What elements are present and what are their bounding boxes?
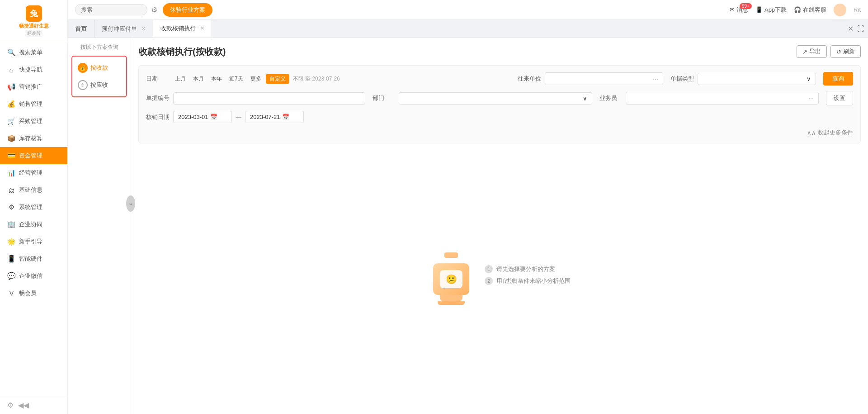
sidebar-menu: 🔍 搜索菜单 ⌂ 快捷导航 📢 营销推广 💰 销售管理 🛒 采购管理 📦 库存核…	[0, 41, 67, 396]
tab-writeoff[interactable]: 收款核销执行 ✕	[153, 20, 212, 38]
doc-type-label: 单据类型	[670, 75, 694, 83]
close-prepay-tab-icon[interactable]: ✕	[142, 26, 146, 32]
tip-text-2: 用[过滤]条件来缩小分析范围	[496, 277, 570, 285]
corp-icon: 🏢	[7, 220, 15, 228]
close-tab-btn[interactable]: ✕	[848, 24, 854, 33]
date-separator: —	[236, 114, 241, 120]
doc-type-select[interactable]: ∨	[698, 73, 816, 85]
receivable-icon: ⏱	[78, 80, 88, 90]
sidebar-item-hardware[interactable]: 📱 智能硬件	[0, 250, 67, 267]
close-writeoff-tab-icon[interactable]: ✕	[200, 25, 204, 31]
partner-dots-icon[interactable]: ···	[653, 75, 658, 82]
message-icon: ✉	[730, 6, 735, 13]
sidebar-item-business[interactable]: 📊 经营管理	[0, 164, 67, 181]
message-badge: 99+	[740, 3, 752, 9]
sidebar-item-wechat[interactable]: 💬 企业微信	[0, 267, 67, 285]
sidebar-item-purchase[interactable]: 🛒 采购管理	[0, 113, 67, 130]
export-btn[interactable]: ↗ 导出	[797, 45, 827, 58]
sidebar-item-beginner[interactable]: 🌟 新手引导	[0, 233, 67, 250]
collapse-more-btn[interactable]: ∧∧ 收起更多条件	[146, 128, 853, 137]
date-btn-7days[interactable]: 近7天	[226, 74, 246, 84]
partner-label: 往来单位	[518, 75, 541, 83]
calendar-end-icon[interactable]: 📅	[282, 114, 289, 120]
sidebar-item-corp[interactable]: 🏢 企业协同	[0, 216, 67, 233]
page-content: 按以下方案查询 💰 按收款 ⏱ 按应收 « 收款核销执行(按收款)	[68, 38, 868, 414]
writeoff-date-label: 核销日期	[146, 113, 170, 121]
date-btn-this-year[interactable]: 本年	[208, 74, 225, 84]
calendar-start-icon[interactable]: 📅	[210, 114, 217, 120]
query-btn[interactable]: 查询	[823, 72, 853, 86]
dept-select[interactable]: ∨	[399, 92, 592, 105]
sidebar-item-basic-info[interactable]: 🗂 基础信息	[0, 181, 67, 199]
expand-tab-btn[interactable]: ⛶	[857, 25, 864, 33]
business-icon: 📊	[7, 169, 15, 177]
filter-by-receivable[interactable]: ⏱ 按应收	[75, 76, 123, 94]
writeoff-date-start-input[interactable]: 2023-03-01 📅	[173, 111, 232, 123]
logo-icon: 兔	[26, 5, 42, 22]
staff-dots-icon[interactable]: ···	[808, 95, 814, 102]
sidebar-item-inventory[interactable]: 📦 库存核算	[0, 130, 67, 147]
topbar: ⚙ 休验行业方案 ✉ 消息 99+ 📱 App下载 🎧 在线客服 Rit	[68, 0, 868, 20]
marketing-icon: 📢	[7, 83, 15, 91]
partner-select[interactable]: ···	[545, 72, 663, 85]
staff-select[interactable]: ···	[626, 92, 819, 105]
sidebar-item-label: 销售管理	[19, 100, 42, 108]
writeoff-date-end-input[interactable]: 2023-07-21 📅	[245, 111, 304, 123]
doc-num-input[interactable]	[173, 92, 365, 105]
sidebar-item-system[interactable]: ⚙ 系统管理	[0, 199, 67, 216]
empty-tip-2: 2 用[过滤]条件来缩小分析范围	[485, 277, 570, 285]
app-download-btn[interactable]: 📱 App下载	[755, 6, 787, 14]
inventory-icon: 📦	[7, 134, 15, 143]
date-field: 日期 上月 本月 本年 近7天 更多 自定义 不限 至 2023-07-26	[146, 74, 510, 84]
tab-prepay-label: 预付冲应付单	[102, 25, 137, 33]
refresh-icon: ↺	[836, 48, 841, 55]
filter-collapse-btn[interactable]: «	[126, 195, 135, 212]
tab-prepay[interactable]: 预付冲应付单 ✕	[94, 20, 153, 38]
date-btn-this-month[interactable]: 本月	[190, 74, 207, 84]
sidebar-item-member[interactable]: Ⅴ 畅会员	[0, 285, 67, 302]
system-icon: ⚙	[7, 203, 15, 211]
sidebar-item-label: 基础信息	[19, 186, 42, 194]
search-icon: 🔍	[7, 48, 15, 57]
doc-type-arrow-icon: ∨	[807, 76, 811, 82]
refresh-btn[interactable]: ↺ 刷新	[830, 45, 861, 58]
beginner-icon: 🌟	[7, 238, 15, 246]
export-label: 导出	[809, 48, 821, 56]
collapse-sidebar-icon[interactable]: ◀◀	[18, 401, 29, 409]
service-icon: 🎧	[794, 6, 801, 13]
industry-btn[interactable]: 休验行业方案	[163, 3, 212, 17]
filter-bordered-area: 💰 按收款 ⏱ 按应收	[71, 56, 127, 97]
logo-version: 标准版	[25, 30, 42, 37]
setting-btn[interactable]: 设置	[826, 91, 853, 105]
date-btn-more[interactable]: 更多	[248, 74, 264, 84]
sidebar-item-search-menu[interactable]: 🔍 搜索菜单	[0, 44, 67, 61]
sidebar-item-label: 经营管理	[19, 169, 42, 177]
main-area: ⚙ 休验行业方案 ✉ 消息 99+ 📱 App下载 🎧 在线客服 Rit 首页	[68, 0, 868, 414]
sidebar-item-sales[interactable]: 💰 销售管理	[0, 95, 67, 113]
sidebar-item-quick-nav[interactable]: ⌂ 快捷导航	[0, 61, 67, 78]
form-row-3: 核销日期 2023-03-01 📅 — 2023-07-21 📅	[146, 111, 853, 123]
sidebar-item-marketing[interactable]: 📢 营销推广	[0, 78, 67, 95]
message-btn[interactable]: ✉ 消息 99+	[730, 6, 748, 14]
tab-home[interactable]: 首页	[68, 20, 94, 38]
sidebar-item-finance[interactable]: 💳 资金管理	[0, 147, 67, 164]
date-btn-custom[interactable]: 自定义	[266, 74, 289, 84]
date-btn-last-month[interactable]: 上月	[172, 74, 189, 84]
user-avatar[interactable]	[834, 4, 846, 16]
empty-tip-1: 1 请先选择要分析的方案	[485, 265, 570, 273]
date-quick-btns: 上月 本月 本年 近7天 更多 自定义 不限 至 2023-07-26	[172, 74, 340, 84]
form-row-2: 单据编号 部门 ∨ 业务员 ···	[146, 91, 853, 105]
sidebar-item-label: 智能硬件	[19, 255, 42, 263]
gear-icon[interactable]: ⚙	[151, 5, 157, 14]
service-btn[interactable]: 🎧 在线客服	[794, 6, 826, 14]
search-input[interactable]	[75, 4, 147, 15]
home-icon: ⌂	[7, 66, 15, 74]
dept-field: 部门 ∨	[373, 92, 592, 105]
filter-by-receipt[interactable]: 💰 按收款	[75, 59, 123, 76]
topbar-search: ⚙	[75, 4, 157, 15]
settings-bottom-icon[interactable]: ⚙	[7, 401, 14, 409]
sidebar-item-label: 库存核算	[19, 134, 42, 143]
sidebar-item-label: 新手引导	[19, 238, 42, 246]
receipt-icon: 💰	[78, 63, 88, 73]
collapse-more-label: 收起更多条件	[818, 128, 853, 137]
